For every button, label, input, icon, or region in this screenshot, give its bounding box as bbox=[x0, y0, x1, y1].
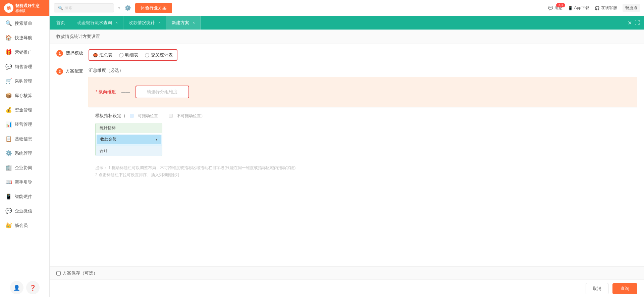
sidebar-item-label: 销售管理 bbox=[15, 64, 32, 70]
dimension-placeholder[interactable]: 请选择分组维度 bbox=[136, 86, 189, 98]
main-area: 🔍 搜索 ▾ ⚙️ 体验行业方案 💬 消息 99+ 📱 App下载 🎧 在线客服… bbox=[50, 0, 644, 297]
settings-icon[interactable]: ⚙️ bbox=[124, 5, 131, 11]
tab-new-plan-close[interactable]: × bbox=[193, 20, 195, 25]
radio-summary-input[interactable] bbox=[93, 53, 98, 57]
sidebar-nav: 🔍 搜索菜单 🏠 快捷导航 🎁 营销推广 💬 销售管理 🛒 采购管理 📦 库存核… bbox=[0, 16, 49, 278]
phone-icon: 📱 bbox=[5, 193, 12, 200]
section1-num: 1 bbox=[56, 50, 63, 57]
sidebar-item-basic-info[interactable]: 📋 基础信息 bbox=[0, 132, 49, 146]
topbar-divider: ▾ bbox=[118, 5, 120, 10]
tab-close-window-btn[interactable]: ✕ bbox=[628, 20, 632, 26]
gear-icon: ⚙️ bbox=[5, 150, 12, 156]
building-icon: 🏢 bbox=[5, 164, 12, 171]
indicator-grid-total: 合计 bbox=[96, 146, 162, 156]
page-content: 收款情况统计方案设置 1 选择模板 汇总表 明细表 bbox=[50, 30, 644, 280]
indicator-label-row: 模板指标设定（ 可拖动位置 不可拖动位置） bbox=[95, 113, 631, 119]
message-badge: 99+ bbox=[556, 3, 565, 7]
trial-btn[interactable]: 体验行业方案 bbox=[135, 3, 172, 13]
download-label: App下载 bbox=[574, 5, 589, 11]
dimension-label-text: 汇总维度（必选） bbox=[89, 68, 123, 73]
search-icon: 🔍 bbox=[58, 6, 63, 10]
tab-collection-stat-close[interactable]: × bbox=[158, 20, 161, 25]
radio-summary[interactable]: 汇总表 bbox=[93, 52, 112, 58]
cancel-button[interactable]: 取消 bbox=[586, 283, 608, 294]
logo-text-block: 畅捷通好生意 标准版 bbox=[15, 3, 40, 13]
sidebar-item-sales[interactable]: 💬 销售管理 bbox=[0, 59, 49, 74]
gift-icon: 🎁 bbox=[5, 49, 12, 55]
topbar-right: 💬 消息 99+ 📱 App下载 🎧 在线客服 畅捷通 bbox=[548, 4, 640, 12]
tab-collection-stat[interactable]: 收款情况统计 × bbox=[123, 16, 166, 30]
topbar-search-box[interactable]: 🔍 搜索 bbox=[54, 3, 114, 12]
indicator-cell-dropdown[interactable]: ▾ bbox=[156, 138, 157, 141]
dimension-placeholder-text: 请选择分组维度 bbox=[147, 89, 177, 94]
user-info[interactable]: 畅捷通 bbox=[623, 4, 640, 12]
section1-row: 1 选择模板 汇总表 明细表 交叉统计表 bbox=[56, 49, 637, 61]
logo-title: 畅捷通好生意 bbox=[15, 3, 40, 9]
money-icon: 💰 bbox=[5, 107, 12, 113]
crown-icon: 👑 bbox=[5, 222, 12, 229]
radio-cross-input[interactable] bbox=[145, 53, 149, 57]
service-item[interactable]: 🎧 在线客服 bbox=[595, 5, 617, 11]
radio-detail[interactable]: 明细表 bbox=[119, 52, 138, 58]
section2-row: 2 方案配置 汇总维度（必选） * 纵向维度 —— bbox=[56, 67, 637, 185]
search-menu-icon: 🔍 bbox=[5, 20, 12, 27]
sidebar-item-guide[interactable]: 📖 新手引导 bbox=[0, 175, 49, 189]
radio-detail-input[interactable] bbox=[119, 53, 123, 57]
sidebar-item-inventory[interactable]: 📦 库存核算 bbox=[0, 88, 49, 103]
logo-icon: 畅 bbox=[4, 3, 13, 13]
sidebar-item-smart-hw[interactable]: 📱 智能硬件 bbox=[0, 189, 49, 204]
dimension-arrow: —— bbox=[121, 90, 130, 95]
message-item[interactable]: 💬 消息 99+ bbox=[548, 5, 562, 11]
indicator-cell-inner[interactable]: 收款金额 ▾ bbox=[97, 135, 161, 144]
sidebar-item-label: 库存核算 bbox=[15, 93, 32, 99]
service-icon: 🎧 bbox=[595, 6, 600, 10]
save-option-label: 方案保存（可选） bbox=[63, 270, 98, 276]
dimension-field-label: * 纵向维度 bbox=[96, 89, 116, 95]
indicator-section: 模板指标设定（ 可拖动位置 不可拖动位置） 统计指标 bbox=[89, 107, 637, 162]
sidebar-item-wechat[interactable]: 💬 企业微信 bbox=[0, 204, 49, 218]
sidebar-item-marketing[interactable]: 🎁 营销推广 bbox=[0, 45, 49, 59]
wechat-icon: 💬 bbox=[5, 208, 12, 214]
tab-home[interactable]: 首页 bbox=[50, 16, 72, 30]
bottom-bar: 取消 查询 bbox=[50, 280, 644, 297]
tab-new-plan[interactable]: 新建方案 × bbox=[166, 16, 201, 30]
tab-cash-bank-close[interactable]: × bbox=[115, 20, 118, 25]
tab-cash-bank[interactable]: 现金银行流水查询 × bbox=[72, 16, 123, 30]
section2-num: 2 bbox=[56, 68, 63, 75]
sidebar-item-label: 基础信息 bbox=[15, 136, 32, 142]
chat-icon: 💬 bbox=[5, 63, 12, 70]
tabs-right: ✕ ⛶ bbox=[624, 16, 644, 30]
save-option-checkbox[interactable] bbox=[56, 271, 61, 276]
download-item[interactable]: 📱 App下载 bbox=[568, 5, 589, 11]
section1-label: 选择模板 bbox=[66, 50, 83, 56]
sidebar-item-label: 资金管理 bbox=[15, 107, 32, 113]
radio-detail-label: 明细表 bbox=[125, 52, 138, 58]
logo-version: 标准版 bbox=[15, 9, 40, 13]
sidebar-item-finance[interactable]: 💰 资金管理 bbox=[0, 103, 49, 117]
sidebar-item-label: 新手引导 bbox=[15, 179, 32, 185]
user-name: 畅捷通 bbox=[625, 5, 637, 10]
query-button[interactable]: 查询 bbox=[612, 283, 637, 294]
user-avatar-btn[interactable]: 👤 bbox=[10, 281, 23, 294]
topbar: 🔍 搜索 ▾ ⚙️ 体验行业方案 💬 消息 99+ 📱 App下载 🎧 在线客服… bbox=[50, 0, 644, 16]
content-area: 收款情况统计方案设置 1 选择模板 汇总表 明细表 bbox=[50, 30, 644, 280]
sidebar-item-purchase[interactable]: 🛒 采购管理 bbox=[0, 74, 49, 88]
sidebar-item-operation[interactable]: 📊 经营管理 bbox=[0, 117, 49, 132]
sidebar-item-search-menu[interactable]: 🔍 搜索菜单 bbox=[0, 16, 49, 31]
clipboard-icon: 📋 bbox=[5, 136, 12, 142]
dimension-label: 汇总维度（必选） bbox=[89, 67, 637, 73]
indicator-cell-label: 收款金额 bbox=[100, 137, 116, 142]
sidebar-item-sys-manage[interactable]: ⚙️ 系统管理 bbox=[0, 146, 49, 160]
help-btn[interactable]: ❓ bbox=[26, 281, 40, 294]
sidebar-bottom: 👤 ❓ bbox=[0, 278, 49, 297]
indicator-grid-header: 统计指标 bbox=[96, 123, 162, 133]
tab-home-label: 首页 bbox=[56, 20, 65, 26]
sidebar: 畅 畅捷通好生意 标准版 🔍 搜索菜单 🏠 快捷导航 🎁 营销推广 💬 销售管理… bbox=[0, 0, 50, 297]
sidebar-item-member[interactable]: 👑 畅会员 bbox=[0, 218, 49, 233]
tip-line-1: 提示： 1.拖动标题栏可以调整布局，不可跨维度或指标区域拖动栏目字段(只能在同一… bbox=[95, 165, 631, 171]
sidebar-item-enterprise[interactable]: 🏢 企业协同 bbox=[0, 160, 49, 175]
sidebar-item-label: 畅会员 bbox=[15, 222, 28, 229]
sidebar-item-quick-nav[interactable]: 🏠 快捷导航 bbox=[0, 31, 49, 45]
tab-maximize-btn[interactable]: ⛶ bbox=[635, 20, 640, 26]
radio-cross[interactable]: 交叉统计表 bbox=[145, 52, 173, 58]
